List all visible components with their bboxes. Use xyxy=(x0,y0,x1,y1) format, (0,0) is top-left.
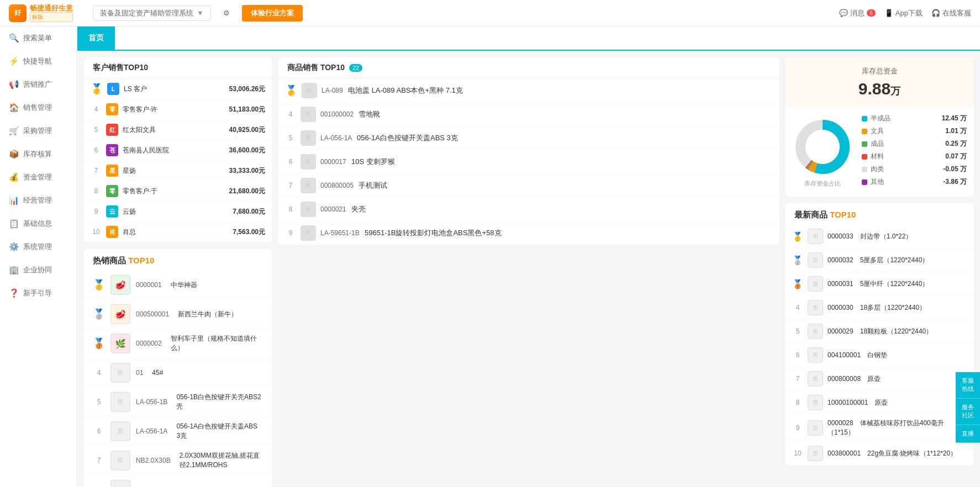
float-btn-community[interactable]: 服务社区 xyxy=(956,399,980,425)
new-prod3-info: 0000031 5厘中纤（1220*2440） xyxy=(828,279,967,289)
sidebar-item-operation[interactable]: 📊 经营管理 xyxy=(0,189,77,212)
sidebar-item-finance[interactable]: 💰 资金管理 xyxy=(0,166,77,189)
new-prod3-thumb: 图 xyxy=(808,276,823,292)
new-prod2-thumb: 图 xyxy=(808,252,823,268)
content-wrapper: 客户销售TOP10 🥇 L LS 客户 53,006.26元 4 零 零售客户·… xyxy=(77,51,980,487)
rank4-avatar: 苍 xyxy=(106,144,118,156)
hot-prod5-name: 056-1B白色按键开关壳ABS2壳 xyxy=(176,393,263,411)
sidebar-item-search[interactable]: 🔍 搜索菜单 xyxy=(0,27,77,50)
rank1-name: LS 客户 xyxy=(124,84,225,94)
search-icon: 🔍 xyxy=(9,33,19,43)
new-prod1-info: 0000033 封边带（1.0*22） xyxy=(828,232,967,241)
settings-button[interactable]: ⚙ xyxy=(218,4,235,22)
prod-rank2-code: 001000002 xyxy=(320,110,355,118)
rank4-name: 苍南县人民医院 xyxy=(123,146,225,155)
donut-area: 库存资金占比 xyxy=(792,117,853,188)
app-download-button[interactable]: 📱 App下载 xyxy=(884,8,923,18)
rank4-num: 6 xyxy=(91,146,102,154)
rank7-num: 9 xyxy=(91,208,102,215)
customer-rank-row-1: 🥇 L LS 客户 53,006.26元 xyxy=(84,79,272,99)
prod-rank7-code: LA-59651-1B xyxy=(320,229,361,237)
hot-prod1-name: 中华神器 xyxy=(171,280,263,290)
sidebar-item-inventory[interactable]: 📦 库存核算 xyxy=(0,142,77,166)
hot-prod6-code: LA-056-1A xyxy=(136,427,167,435)
online-service-button[interactable]: 🎧 在线客服 xyxy=(931,8,971,18)
hot-prod8-thumb: 图 xyxy=(110,480,130,487)
legend-dot-0 xyxy=(862,116,867,121)
header-right: 💬 消息 6 📱 App下载 🎧 在线客服 xyxy=(839,8,971,18)
hot-prod-row-2: 🥈 🥩 000500001 新西兰牛肉（新牛） xyxy=(84,300,272,329)
prod-rank-row-6: 8 图 0000021 夹壳 xyxy=(278,198,779,221)
new-prod-row-1: 🥇 图 0000033 封边带（1.0*22） xyxy=(786,225,973,248)
hot-products-panel: 热销商品 TOP10 🥇 🥩 0000001 中华神器 🥈 🥩 xyxy=(84,249,272,487)
prod-rank1-name: 电池盖 LA-089 ABS本色+黑种 7.1克 xyxy=(348,86,463,94)
prod-rank6-thumb: 图 xyxy=(301,202,316,217)
new-prod6-info: 004100001 白钢垫 xyxy=(828,351,967,360)
sidebar-item-sales[interactable]: 🏠 销售管理 xyxy=(0,96,77,119)
sidebar-item-marketing[interactable]: 📢 营销推广 xyxy=(0,73,77,96)
new-prod5-info: 0000029 18颗粒板（1220*2440） xyxy=(828,327,967,336)
prod-rank4-name: 10S 变刺罗猴 xyxy=(351,157,395,166)
legend-item-3: 材料 0.07 万 xyxy=(862,152,967,161)
new-prod-row-3: 🥉 图 0000031 5厘中纤（1220*2440） xyxy=(786,272,973,296)
prod-rank-row-4: 6 图 0000017 10S 变刺罗猴 xyxy=(278,150,779,174)
nav-tabs: 首页 xyxy=(77,27,980,51)
rank2-amount: 51,183.00元 xyxy=(229,105,265,114)
sales-icon: 🏠 xyxy=(9,103,19,113)
message-button[interactable]: 💬 消息 6 xyxy=(839,8,876,18)
prod-rank6-name: 夹壳 xyxy=(351,205,366,213)
float-buttons: 客服热线 服务社区 直播 xyxy=(956,372,980,443)
hot-prod-row-5: 5 图 LA-056-1B 056-1B白色按键开关壳ABS2壳 xyxy=(84,388,272,417)
legend-dot-2 xyxy=(862,141,867,147)
prod-rank3-num: 5 xyxy=(285,134,296,142)
sys-select[interactable]: 装备及固定资产辅助管理系统 ▼ xyxy=(93,6,211,21)
sidebar-item-quick[interactable]: ⚡ 快捷导航 xyxy=(0,50,77,73)
legend-item-0: 半成品 12.45 万 xyxy=(862,114,967,123)
new-prod2-info: 0000032 5厘多层（1220*2440） xyxy=(828,256,967,265)
rank2-avatar: 零 xyxy=(106,103,118,115)
sidebar-item-guide[interactable]: ❓ 新手引导 xyxy=(0,282,77,305)
rank6-amount: 21,680.00元 xyxy=(229,187,265,196)
prod-rank-row-7: 9 图 LA-59651-1B 59651-1B旋转投影灯电池盒ABS黑色+58… xyxy=(278,221,779,245)
legend-item-1: 文具 1.01 万 xyxy=(862,126,967,136)
sidebar-item-system[interactable]: ⚙️ 系统管理 xyxy=(0,235,77,258)
main-content: 首页 客户销售TOP10 🥇 L LS 客户 53,006.26元 xyxy=(77,27,980,487)
hot-prod3-code: 0000002 xyxy=(136,340,162,347)
prod-rank1-medal: 🥇 xyxy=(285,84,297,97)
trial-button[interactable]: 体验行业方案 xyxy=(242,5,303,22)
hot-prod1-code: 0000001 xyxy=(136,281,162,289)
new-prod8-thumb: 图 xyxy=(808,395,823,410)
rank5-amount: 33,333.00元 xyxy=(229,166,265,176)
sidebar-item-basic[interactable]: 📋 基础信息 xyxy=(0,212,77,235)
tab-home[interactable]: 首页 xyxy=(77,27,115,50)
hot-prod6-thumb: 图 xyxy=(110,421,130,441)
hot-prod2-thumb: 🥩 xyxy=(110,304,130,324)
new-prod4-info: 0000030 18多层（1220*2440） xyxy=(828,303,967,313)
float-btn-service[interactable]: 客服热线 xyxy=(956,372,980,399)
new-products-panel: 最新商品 TOP10 🥇 图 0000033 封边带（1.0*22） 🥈 图 0… xyxy=(786,203,973,465)
prod-rank3-thumb: 图 xyxy=(301,130,316,146)
rank5-name: 星扬 xyxy=(123,166,225,176)
operation-icon: 📊 xyxy=(9,195,19,205)
float-btn-live[interactable]: 直播 xyxy=(956,425,980,443)
prod-rank-header: 商品销售 TOP10 22 xyxy=(278,57,779,79)
new-prod6-thumb: 图 xyxy=(808,347,823,363)
legend-item-2: 成品 0.25 万 xyxy=(862,139,967,149)
prod-rank4-num: 6 xyxy=(285,158,296,166)
prod-rank1-thumb: 图 xyxy=(302,83,317,98)
hot-rank5-num: 5 xyxy=(93,398,105,406)
rank8-name: 肖总 xyxy=(123,227,228,237)
hot-prod-row-1: 🥇 🥩 0000001 中华神器 xyxy=(84,271,272,300)
hot-prod2-name: 新西兰牛肉（新牛） xyxy=(178,310,263,319)
donut-label: 库存资金占比 xyxy=(804,179,841,188)
hot-prod-row-6: 6 图 LA-056-1A 056-1A白色按键开关盖ABS 3克 xyxy=(84,417,272,446)
guide-icon: ❓ xyxy=(9,288,19,298)
rank8-amount: 7,563.00元 xyxy=(233,227,265,237)
hot-prod4-code: 01 xyxy=(136,369,143,377)
hot-rank2-medal-icon: 🥈 xyxy=(93,308,105,320)
customer-rank-row-6: 8 零 零售客户·于 21,680.00元 xyxy=(84,181,272,202)
sidebar-item-purchase[interactable]: 🛒 采购管理 xyxy=(0,119,77,142)
right-column: 库存总资金 9.88万 xyxy=(786,57,973,487)
sidebar-item-company[interactable]: 🏢 企业协同 xyxy=(0,258,77,282)
new-rank6-num: 6 xyxy=(792,351,803,359)
